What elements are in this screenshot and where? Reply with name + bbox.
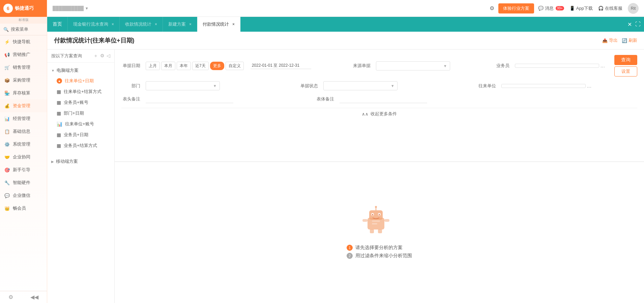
empty-tip-2: 2 用过滤条件来缩小分析范围 xyxy=(347,253,412,259)
refresh-button[interactable]: 🔄 刷新 xyxy=(622,37,637,43)
sidebar-item-operation[interactable]: 📊 经营管理 xyxy=(0,112,47,125)
tab-payment[interactable]: 付款情况统计 × xyxy=(197,17,240,32)
header-note-label: 表头备注 xyxy=(121,96,140,102)
tab-bank[interactable]: 现金银行流水查询 × xyxy=(68,17,120,32)
inventory-icon: 🏪 xyxy=(4,90,10,96)
sidebar-item-label: 营销推广 xyxy=(13,52,30,58)
tab-new-scheme-close[interactable]: × xyxy=(189,22,192,27)
filter-row-1: 单据日期 上月 本月 本年 近7天 更多 自定义 来源单据 xyxy=(121,55,637,77)
tab-bank-label: 现金银行流水查询 xyxy=(73,21,108,27)
tab-collection-label: 收款情况统计 xyxy=(125,21,151,27)
query-button[interactable]: 查询 xyxy=(614,55,637,65)
sidebar-item-enterprise[interactable]: 🤝 企业协同 xyxy=(0,151,47,163)
scheme-item-unit-date[interactable]: ● 往来单位+日期 xyxy=(47,75,114,86)
app-download-action[interactable]: 📱 App下载 xyxy=(569,5,593,11)
scheme-item-staff-date[interactable]: ▦ 业务员+日期 xyxy=(47,129,114,140)
sidebar-item-quick-nav[interactable]: ⚡ 快捷导航 xyxy=(0,35,47,48)
dept-arrow-icon: ▾ xyxy=(214,83,216,88)
filter-settings-button[interactable]: 设置 xyxy=(614,66,637,77)
dept-select[interactable]: ▾ xyxy=(146,81,220,90)
settings-bottom-icon[interactable]: ⚙ xyxy=(8,294,13,300)
scheme-collapse-icon[interactable]: ◁ xyxy=(107,53,110,59)
sidebar-item-label: 畅会员 xyxy=(13,205,26,211)
scheme-item-unit-settle[interactable]: ▦ 往来单位+结算方式 xyxy=(47,86,114,97)
scheme-panel-icons: ＋ ⚙ ◁ xyxy=(93,53,110,59)
scheme-add-icon[interactable]: ＋ xyxy=(93,53,98,59)
main-area: ██████████ ▾ ⚙ 体验行业方案 💬 消息 99+ 📱 App下载 🎧… xyxy=(47,0,644,303)
sidebar-item-sales[interactable]: 🛒 销售管理 xyxy=(0,61,47,74)
user-avatar[interactable]: Rit xyxy=(628,3,639,14)
date-last-month[interactable]: 上月 xyxy=(146,62,160,70)
staff-select[interactable] xyxy=(515,64,599,68)
sidebar-item-guide[interactable]: 🎯 新手引导 xyxy=(0,163,47,176)
tab-home[interactable]: 首页 xyxy=(47,17,68,32)
body-note-input[interactable] xyxy=(340,95,427,103)
header-note-input[interactable] xyxy=(146,95,233,103)
scheme-desktop-toggle[interactable]: ▼ 电脑端方案 xyxy=(47,65,114,75)
scheme-item-dept-date[interactable]: ▦ 部门+日期 xyxy=(47,108,114,119)
tab-fullscreen-icon[interactable]: ⛶ xyxy=(635,21,641,27)
sidebar-item-label: 采购管理 xyxy=(13,77,30,83)
page-header: 付款情况统计(往来单位+日期) 📤 导出 🔄 刷新 xyxy=(47,32,644,50)
messages-action[interactable]: 💬 消息 99+ xyxy=(538,5,564,11)
operation-icon: 📊 xyxy=(4,116,10,122)
sidebar-item-hardware[interactable]: 🔧 智能硬件 xyxy=(0,176,47,189)
svg-point-7 xyxy=(375,206,377,208)
date-this-year[interactable]: 本年 xyxy=(177,62,191,70)
date-7days[interactable]: 近7天 xyxy=(192,62,209,70)
collapse-filter-button[interactable]: ∧∧ 收起更多条件 xyxy=(121,108,637,120)
breadcrumb-blurred: ██████████ xyxy=(53,6,84,11)
robot-svg xyxy=(359,204,393,238)
scheme-settings-icon[interactable]: ⚙ xyxy=(100,53,105,59)
source-label: 来源单据 xyxy=(352,63,371,69)
scheme-panel-title: 按以下方案查询 xyxy=(51,53,82,59)
tab-payment-close[interactable]: × xyxy=(232,22,235,27)
tab-new-scheme[interactable]: 新建方案 × xyxy=(163,17,197,32)
topbar-settings-icon[interactable]: ⚙ xyxy=(490,5,494,11)
svg-rect-13 xyxy=(372,223,377,224)
date-this-month[interactable]: 本月 xyxy=(161,62,175,70)
trial-button[interactable]: 体验行业方案 xyxy=(498,3,534,13)
tab-collection[interactable]: 收款情况统计 × xyxy=(120,17,163,32)
sidebar-item-vip[interactable]: 👑 畅会员 xyxy=(0,202,47,215)
staff-dots[interactable]: ... xyxy=(601,63,605,69)
purchase-icon: 📦 xyxy=(4,77,10,83)
message-label: 消息 xyxy=(545,5,554,11)
source-select[interactable]: ▾ xyxy=(376,61,450,70)
tab-collection-close[interactable]: × xyxy=(155,22,157,27)
sidebar-item-basic[interactable]: 📋 基础信息 xyxy=(0,125,47,138)
sidebar-item-purchase[interactable]: 📦 采购管理 xyxy=(0,74,47,87)
logo-area: 6 畅捷通巧 xyxy=(0,0,47,17)
sidebar-item-marketing[interactable]: 📢 营销推广 xyxy=(0,48,47,61)
scheme-item-unit-account[interactable]: 📊 往来单位+账号 xyxy=(47,119,114,129)
status-select[interactable]: ▾ xyxy=(323,81,398,90)
sidebar-item-finance[interactable]: 💰 资金管理 xyxy=(0,99,47,112)
date-range-input[interactable] xyxy=(251,63,311,69)
staff-label: 业务员 xyxy=(491,63,509,69)
sidebar-item-label: 经营管理 xyxy=(13,116,30,122)
enterprise-icon: 🤝 xyxy=(4,154,10,160)
date-more[interactable]: 更多 xyxy=(210,62,224,70)
unit-select[interactable] xyxy=(501,84,586,88)
export-button[interactable]: 📤 导出 xyxy=(602,37,618,43)
sidebar-item-label: 企业协同 xyxy=(13,154,30,160)
collapse-sidebar-icon[interactable]: ◀◀ xyxy=(30,294,38,300)
sidebar-item-label: 快捷导航 xyxy=(13,39,30,45)
tip-text-1: 请先选择要分析的方案 xyxy=(355,245,403,251)
scheme-item-staff-settle[interactable]: ▦ 业务员+结算方式 xyxy=(47,140,114,151)
online-service-action[interactable]: 🎧 在线客服 xyxy=(598,5,622,11)
unit-dots[interactable]: ... xyxy=(587,83,591,89)
content-body: 按以下方案查询 ＋ ⚙ ◁ ▼ 电脑端方案 ● 往来单位+日期 xyxy=(47,50,644,303)
tab-close-all-icon[interactable]: ✕ xyxy=(627,21,632,28)
tab-bank-close[interactable]: × xyxy=(112,22,114,27)
date-custom[interactable]: 自定义 xyxy=(226,62,244,70)
scheme-item-label: 业务员+日期 xyxy=(64,132,88,138)
scheme-item-staff-account[interactable]: ▦ 业务员+账号 xyxy=(47,97,114,108)
sidebar-item-wechat[interactable]: 💬 企业微信 xyxy=(0,189,47,202)
scheme-mobile-label: 移动端方案 xyxy=(56,158,78,164)
scheme-mobile-toggle[interactable]: ▶ 移动端方案 xyxy=(47,156,114,166)
sidebar-item-system[interactable]: ⚙️ 系统管理 xyxy=(0,138,47,151)
svg-rect-10 xyxy=(362,219,368,222)
search-menu[interactable]: 🔍 搜索菜单 xyxy=(0,24,47,35)
sidebar-item-inventory[interactable]: 🏪 库存核算 xyxy=(0,87,47,99)
